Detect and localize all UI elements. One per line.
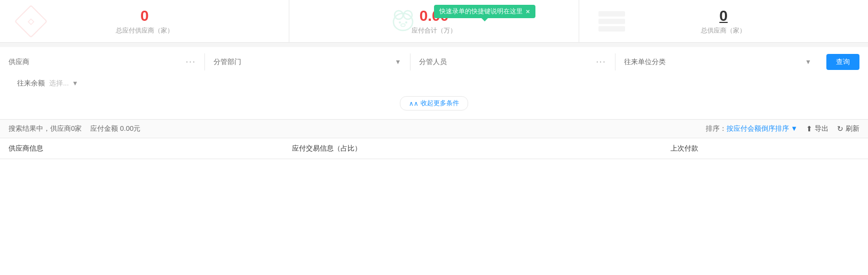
tooltip-close[interactable]: × (526, 7, 530, 15)
result-info: 搜索结果中，供应商0家 应付金额 0.00元 (9, 124, 140, 133)
svg-point-3 (399, 21, 401, 23)
result-bar: 搜索结果中，供应商0家 应付金额 0.00元 排序：按应付会额倒序排序 ▼ ⬆ … (0, 120, 868, 138)
balance-field: 往来余额 选择... ▼ (9, 75, 87, 92)
stat-payable-suppliers: ◇ 0 总应付供应商（家） (0, 0, 289, 42)
svg-point-4 (405, 21, 407, 23)
result-amount: 应付金额 0.00元 (90, 124, 140, 133)
top-stats-bar: ◇ 0 总应付供应商（家） 0.00 应付合计（万） 快速录单的快捷键说明在这里… (0, 0, 868, 43)
result-summary: 搜索结果中，供应商0家 (9, 124, 82, 133)
person-field: 分管人员 ··· (411, 53, 616, 70)
balance-select-placeholder[interactable]: 选择... (49, 78, 69, 88)
person-input[interactable] (451, 58, 596, 66)
dept-field: 分管部门 ▼ (205, 53, 410, 70)
unit-class-arrow[interactable]: ▼ (805, 58, 811, 66)
tooltip-text: 快速录单的快捷键说明在这里 (439, 7, 523, 16)
total-suppliers-label: 总供应商（家） (701, 26, 746, 35)
search-row-1: 供应商 ··· 分管部门 ▼ 分管人员 ··· 往来单位分类 ▼ 查询 (9, 53, 859, 70)
sort-value[interactable]: 按应付会额倒序排序 (727, 124, 789, 132)
payable-total-label: 应付合计（万） (412, 26, 456, 35)
supplier-dots[interactable]: ··· (186, 57, 196, 67)
payable-suppliers-number: 0 (140, 7, 149, 25)
payable-suppliers-label: 总应付供应商（家） (116, 26, 173, 35)
tooltip-bubble: 快速录单的快捷键说明在这里 × (434, 5, 535, 18)
supplier-field: 供应商 ··· (9, 53, 205, 70)
dept-input[interactable] (246, 58, 394, 66)
supplier-label: 供应商 (9, 57, 29, 67)
stat-total-suppliers: 0 总供应商（家） (579, 0, 868, 42)
dept-label: 分管部门 (214, 57, 241, 67)
balance-label: 往来余额 (17, 78, 45, 88)
search-row-2: 往来余额 选择... ▼ (9, 75, 859, 92)
collapse-label: 收起更多条件 (421, 99, 459, 108)
svg-point-1 (394, 11, 403, 19)
person-label: 分管人员 (419, 57, 447, 67)
refresh-icon: ↻ (837, 124, 843, 133)
table-body (0, 159, 868, 275)
export-icon: ⬆ (806, 124, 812, 133)
dept-arrow[interactable]: ▼ (395, 58, 401, 66)
total-suppliers-number: 0 (720, 7, 728, 25)
svg-point-5 (401, 23, 405, 26)
table-header: 供应商信息 应付交易信息（占比） 上次付款 (0, 138, 868, 159)
search-button[interactable]: 查询 (826, 54, 859, 70)
sort-label: 排序：按应付会额倒序排序 ▼ (706, 124, 798, 133)
collapse-arrow-icon: ∧∧ (409, 100, 419, 107)
unit-class-input[interactable] (670, 58, 805, 66)
table-col-transaction: 应付交易信息（占比） (292, 144, 670, 153)
export-label: 导出 (815, 124, 828, 133)
table-col-lastpay: 上次付款 (670, 144, 859, 153)
person-dots[interactable]: ··· (596, 57, 606, 67)
table-col-supplier: 供应商信息 (9, 144, 292, 153)
unit-class-label: 往来单位分类 (624, 57, 666, 67)
result-actions: 排序：按应付会额倒序排序 ▼ ⬆ 导出 ↻ 刷新 (706, 124, 860, 133)
sort-arrow[interactable]: ▼ (791, 124, 798, 132)
export-button[interactable]: ⬆ 导出 (806, 124, 828, 133)
search-area: 供应商 ··· 分管部门 ▼ 分管人员 ··· 往来单位分类 ▼ 查询 往来余额… (0, 47, 868, 120)
supplier-input[interactable] (34, 58, 186, 66)
stat-payable-total: 0.00 应付合计（万） 快速录单的快捷键说明在这里 × (289, 0, 579, 42)
collapse-bar: ∧∧ 收起更多条件 (9, 94, 859, 115)
refresh-label: 刷新 (846, 124, 859, 133)
collapse-button[interactable]: ∧∧ 收起更多条件 (400, 96, 468, 111)
refresh-button[interactable]: ↻ 刷新 (837, 124, 859, 133)
balance-arrow[interactable]: ▼ (72, 80, 78, 87)
unit-class-field: 往来单位分类 ▼ (616, 53, 820, 70)
